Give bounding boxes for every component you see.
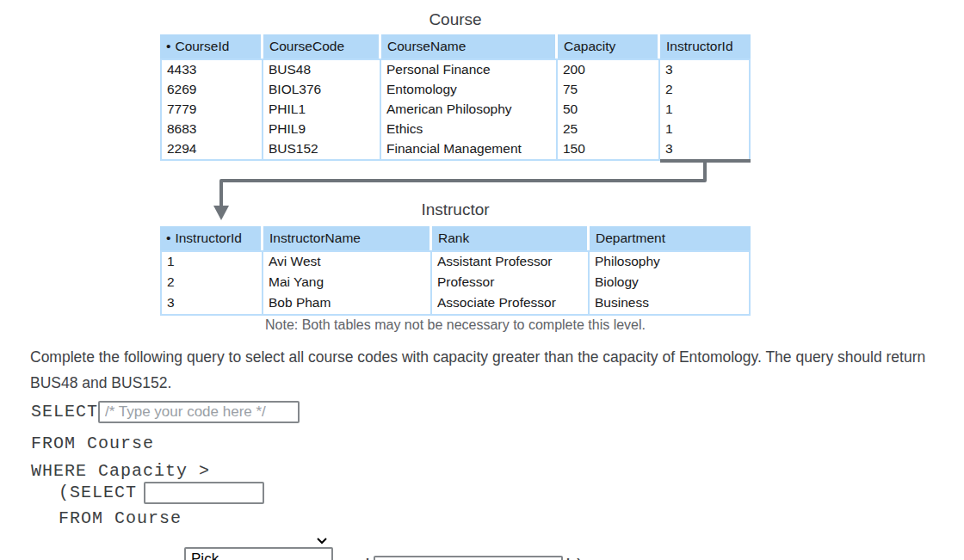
sql-subquery-open: (SELECT: [59, 484, 137, 502]
course-table-body: 4433 BUS48 Personal Finance 200 3 6269 B…: [160, 58, 751, 161]
subquery-select-input[interactable]: [144, 482, 264, 504]
cell: PHIL1: [263, 100, 381, 120]
instructor-header-instructorid: •InstructorId: [160, 226, 261, 250]
cell: Entomology: [381, 80, 558, 100]
cell: 75: [558, 80, 660, 100]
table-row: 1 Avi West Assistant Professor Philosoph…: [162, 252, 749, 273]
table-row: 2 Mai Yang Professor Biology: [162, 273, 749, 293]
course-table-header-row: •CourseId CourseCode CourseName Capacity…: [160, 34, 751, 58]
cell: PHIL9: [263, 120, 381, 139]
table-row: 2294 BUS152 Financial Management 150 3: [162, 139, 749, 159]
column-label: InstructorId: [175, 231, 242, 245]
cell: BUS48: [263, 60, 381, 80]
code-line-from: FROM Course: [31, 435, 596, 452]
exercise-instructions: Complete the following query to select a…: [30, 344, 944, 396]
cell: Business: [590, 293, 749, 314]
cell: Professor: [432, 273, 590, 293]
cell: 1: [660, 100, 749, 120]
cell: Associate Professor: [432, 293, 590, 314]
table-row: 7779 PHIL1 American Philosophy 50 1: [162, 100, 749, 120]
column-label: CourseId: [175, 39, 229, 53]
select-columns-input[interactable]: [98, 401, 300, 423]
sql-from-clause: FROM Course: [31, 435, 154, 452]
course-header-courseid: •CourseId: [160, 34, 261, 58]
cell: BIOL376: [263, 80, 381, 100]
table-row: 6269 BIOL376 Entomology 75 2: [162, 80, 749, 100]
instructor-table-title: Instructor: [160, 200, 751, 219]
cell: Bob Pham: [263, 293, 432, 314]
course-header-coursename: CourseName: [381, 34, 555, 58]
cell: 2294: [162, 139, 263, 159]
cell: American Philosophy: [381, 100, 558, 120]
cell: 3: [162, 293, 263, 314]
cell: 8683: [162, 120, 263, 139]
sql-where-clause: WHERE Capacity >: [31, 463, 210, 480]
instructor-header-rank: Rank: [432, 226, 587, 250]
sql-select-keyword: SELECT: [31, 403, 98, 421]
cell: 50: [558, 100, 660, 120]
course-header-instructorid: InstructorId: [660, 34, 751, 58]
cell: Mai Yang: [263, 273, 432, 293]
cell: Personal Finance: [381, 60, 558, 80]
instructor-table-body: 1 Avi West Assistant Professor Philosoph…: [160, 250, 751, 316]
table-row: 8683 PHIL9 Ethics 25 1: [162, 120, 749, 139]
code-line-subquery-from: FROM Course: [31, 510, 596, 527]
code-line-select: SELECT: [31, 401, 596, 423]
cell: 2: [660, 80, 749, 100]
course-table: •CourseId CourseCode CourseName Capacity…: [160, 34, 751, 161]
cell: 7779: [162, 100, 263, 120]
cell: 4433: [162, 60, 263, 80]
instructor-table-header-row: •InstructorId InstructorName Rank Depart…: [160, 226, 751, 250]
subquery-value-input[interactable]: [374, 556, 563, 560]
cell: Ethics: [381, 120, 558, 139]
course-table-title: Course: [160, 10, 751, 29]
cell: Biology: [590, 273, 749, 293]
cell: 3: [660, 60, 749, 80]
table-row: 4433 BUS48 Personal Finance 200 3: [162, 60, 749, 80]
query-editor: SELECT FROM Course WHERE Capacity > (SEL…: [31, 401, 596, 560]
instructor-table: •InstructorId InstructorName Rank Depart…: [160, 226, 751, 316]
primary-key-bullet: •: [166, 231, 170, 245]
code-line-subquery-select: (SELECT: [31, 482, 596, 504]
code-line-where: WHERE Capacity >: [31, 463, 596, 480]
column-dropdown-wrap: Pick: [117, 530, 333, 560]
cell: 2: [162, 273, 263, 293]
course-header-coursecode: CourseCode: [263, 34, 379, 58]
cell: BUS152: [263, 139, 381, 159]
instructor-header-instructorname: InstructorName: [263, 226, 429, 250]
cell: Financial Management: [381, 139, 558, 159]
primary-key-bullet: •: [166, 39, 170, 53]
cell: 200: [558, 60, 660, 80]
cell: 1: [162, 252, 263, 273]
cell: 25: [558, 120, 660, 139]
table-row: 3 Bob Pham Associate Professor Business: [162, 293, 749, 314]
chevron-down-icon: [317, 538, 327, 545]
cell: 150: [558, 139, 660, 159]
code-line-subquery-where: WHERE Pick = '');: [31, 530, 596, 560]
course-header-capacity: Capacity: [558, 34, 658, 58]
cell: Assistant Professor: [432, 252, 590, 273]
cell: 1: [660, 120, 749, 139]
cell: Philosophy: [590, 252, 749, 273]
cell: Avi West: [263, 252, 432, 273]
sql-subquery-from: FROM Course: [59, 510, 182, 527]
cell: 6269: [162, 80, 263, 100]
instructor-header-department: Department: [590, 226, 751, 250]
column-dropdown[interactable]: Pick: [184, 547, 333, 560]
tables-note: Note: Both tables may not be necessary t…: [134, 317, 776, 333]
cell: 3: [660, 139, 749, 159]
